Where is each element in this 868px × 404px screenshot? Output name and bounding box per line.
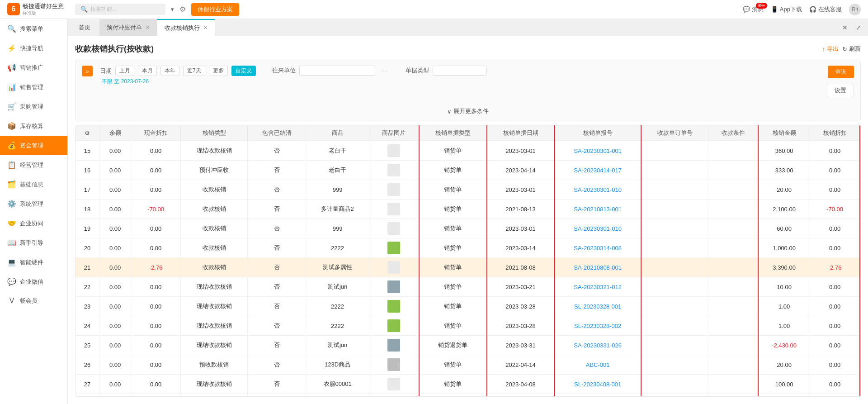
date-btn-lastmonth[interactable]: 上月 [115,66,134,76]
sidebar-item-weixin[interactable]: 💬 企业微信 [0,272,67,291]
writeoff-no-link[interactable]: SA-20230301-001 [574,147,622,154]
table-wrapper[interactable]: ⚙ 余额 现金折扣 核销类型 包含已结清 商品 商品图片 核销单据类型 核销单据… [75,125,861,397]
app-download-btn[interactable]: 📱 App下载 [771,5,802,14]
page-content: 收款核销执行(按收款) ↑ 导出 ↻ 刷新 » 日期 [68,36,868,404]
export-btn[interactable]: ↑ 导出 [822,45,839,53]
system-icon: ⚙️ [7,200,16,208]
sidebar-item-purchase[interactable]: 🛒 采购管理 [0,97,67,116]
tab-bar: 首页 预付冲应付单 ✕ 收款核销执行 ✕ ✕ ⤢ [68,19,868,36]
order-type-select[interactable] [433,66,487,76]
cell-writeoff-no: ABC-001 [555,355,641,375]
sidebar-item-quicknav[interactable]: ⚡ 快捷导航 [0,38,67,58]
col-header-idx: ⚙ [75,125,99,141]
gear-icon[interactable]: ⚙ [179,5,186,14]
refresh-btn[interactable]: ↻ 刷新 [842,45,861,53]
cell-receipt-order-no [641,258,708,277]
writeoff-no-link[interactable]: SL-20230328-001 [574,303,621,310]
product-img [387,183,400,196]
writeoff-no-link[interactable]: SA-20230321-012 [574,284,622,290]
date-btn-more[interactable]: 更多 [209,66,228,76]
message-btn[interactable]: 💬 消息 99+ [743,5,764,14]
col-header-writeoff-amount: 核销金额 [758,125,810,141]
industry-btn[interactable]: 休假行业方案 [191,3,239,16]
operations-icon: 📋 [7,161,16,169]
tab-writeoff[interactable]: 收款核销执行 ✕ [157,19,215,36]
date-btn-thisyear[interactable]: 本年 [160,66,179,76]
cell-writeoff-discount: 0.00 [810,316,860,336]
writeoff-no-link[interactable]: SA-20230301-010 [574,186,622,193]
cell-balance: 0.00 [99,238,131,258]
cell-writeoff-bill-type: 销货单 [419,161,487,180]
writeoff-no-link[interactable]: SL-20230408-001 [574,381,621,388]
search-icon: 🔍 [80,6,88,13]
sidebar-item-member[interactable]: V 畅会员 [0,291,67,310]
tab-maximize-btn[interactable]: ⤢ [853,22,864,33]
cell-cash-discount: 0.00 [131,355,180,375]
cell-idx: 21 [75,258,99,277]
cell-idx: 27 [75,375,99,394]
dropdown-arrow[interactable]: ▾ [171,6,174,13]
writeoff-no-link[interactable]: SA-20230301-010 [574,225,622,232]
sidebar-item-finance[interactable]: 💰 资金管理 [0,136,67,155]
cell-receipt-order-no [641,375,708,394]
partner-input[interactable] [299,66,375,76]
tab-writeoff-close[interactable]: ✕ [203,25,208,31]
cell-writeoff-type: 收款核销 [180,219,247,238]
writeoff-no-link[interactable]: SA-20230331-026 [574,342,622,349]
writeoff-no-link[interactable]: SA-20210808-001 [574,264,622,271]
sidebar-item-marketing[interactable]: 📢 营销推广 [0,58,67,77]
cell-product-img [369,141,419,161]
tab-home[interactable]: 首页 [70,24,99,32]
writeoff-no-link[interactable]: SA-20210813-001 [574,206,622,213]
product-img [387,222,400,235]
cell-product-img [369,336,419,355]
writeoff-no-link[interactable]: SL-20230328-002 [574,323,621,329]
filter-toggle[interactable]: » [82,66,93,76]
cell-receipt-condition [708,219,758,238]
cell-writeoff-discount: 0.00 [810,355,860,375]
cell-product-img [369,277,419,297]
sidebar-item-basic-info[interactable]: 🗂️ 基础信息 [0,175,67,194]
date-btn-thismonth[interactable]: 本月 [138,66,157,76]
cell-writeoff-bill-type: 销货单 [419,219,487,238]
cell-writeoff-discount: 0.00 [810,161,860,180]
writeoff-no-link[interactable]: SA-20230414-017 [574,167,622,174]
sidebar-item-sales[interactable]: 📊 销售管理 [0,77,67,97]
avatar[interactable]: Rit [849,4,861,15]
setting-btn[interactable]: 设置 [827,84,854,97]
tab-close-btn[interactable]: ✕ [839,22,851,33]
online-service-btn[interactable]: 🎧 在线客服 [809,5,842,14]
tab-prepay-close[interactable]: ✕ [146,24,150,30]
date-btn-7days[interactable]: 近7天 [183,66,205,76]
cell-balance: 0.00 [99,180,131,200]
sidebar-item-collaboration[interactable]: 🤝 企业协同 [0,214,67,233]
query-btn[interactable]: 查询 [828,66,854,78]
cell-idx: 17 [75,180,99,200]
sidebar-item-search[interactable]: 🔍 搜索菜单 [0,19,67,38]
sidebar-item-operations[interactable]: 📋 经营管理 [0,155,67,175]
cell-receipt-order-no [641,200,708,219]
cell-receipt-order-no [641,394,708,397]
cell-writeoff-bill-type: 销货单 [419,316,487,336]
sidebar-item-guide[interactable]: 📖 新手引导 [0,233,67,252]
cell-included-settled: 否 [248,141,306,161]
cell-writeoff-no: SA-20210813-001 [555,200,641,219]
sidebar-item-system[interactable]: ⚙️ 系统管理 [0,194,67,214]
writeoff-no-link[interactable]: ABC-001 [586,361,610,368]
table-row: 16 0.00 0.00 预付冲应收 否 老白干 销货单 2023-04-14 … [75,161,860,180]
tab-prepay[interactable]: 预付冲应付单 ✕ [99,19,157,36]
cell-writeoff-no: SL-20230408-001 [555,375,641,394]
headset-icon: 🎧 [809,6,816,13]
col-header-included-settled: 包含已结清 [248,125,306,141]
cell-balance: 0.00 [99,375,131,394]
cell-writeoff-date: 2021-08-13 [487,200,555,219]
date-btn-custom[interactable]: 自定义 [231,66,256,76]
sidebar-item-inventory[interactable]: 📦 库存核算 [0,116,67,136]
expand-more-btn[interactable]: ∨ 展开更多条件 [82,107,854,115]
sidebar-item-hardware[interactable]: 💻 智能硬件 [0,252,67,272]
table-header-row: ⚙ 余额 现金折扣 核销类型 包含已结清 商品 商品图片 核销单据类型 核销单据… [75,125,860,141]
top-search-box[interactable]: 🔍 搜索功能... [75,4,165,15]
product-img [387,300,400,313]
writeoff-no-link[interactable]: SA-20230314-008 [574,245,622,252]
cell-product-img [369,180,419,200]
